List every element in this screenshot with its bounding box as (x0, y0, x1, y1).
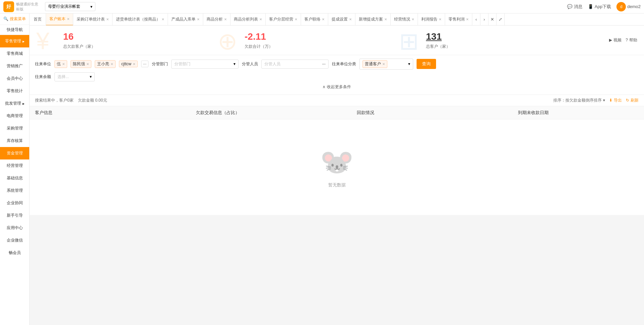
sidebar-item-purchase[interactable]: 采购管理 (0, 122, 29, 135)
tab-close-icon[interactable]: ✕ (322, 17, 325, 21)
stat-value-all-customers: 131 (426, 31, 442, 42)
tab-profit-report[interactable]: 利润报告 ✕ (418, 13, 445, 26)
sidebar-item-wecom[interactable]: 企业微信 (0, 234, 29, 247)
user-menu[interactable]: d demo2 (616, 2, 641, 11)
remove-tag-icon[interactable]: ✕ (111, 62, 113, 66)
tab-customer-segmentation[interactable]: 客户分层经营 ✕ (266, 13, 301, 26)
export-button[interactable]: ⬇ 导出 (609, 98, 622, 103)
balance-selector[interactable]: 选择... ▾ (54, 72, 95, 81)
unit-class-selector[interactable]: 普通客户 ✕ ▾ (359, 59, 413, 70)
sidebar-item-member[interactable]: 畅会员 (0, 247, 29, 259)
tab-commission-settings[interactable]: 提成设置 ✕ (328, 13, 355, 26)
search-icon: 🔍 (3, 16, 8, 21)
tab-customer-ledger[interactable]: 客户账本 ✕ (46, 13, 73, 26)
sort-button[interactable]: 排序：按欠款金额倒序排序 ▾ (553, 98, 605, 103)
tab-inbound-stats[interactable]: 进货单统计表（按商品） ✕ (113, 13, 168, 26)
sidebar-item-collab[interactable]: 企业协同 (0, 197, 29, 209)
tab-close-icon[interactable]: ✕ (466, 17, 469, 21)
help-btn[interactable]: ? 帮助 (626, 37, 637, 43)
tab-product-analysis[interactable]: 商品分析 ✕ (203, 13, 230, 26)
sidebar-item-member-center[interactable]: 会员中心 (0, 72, 29, 85)
tab-close-icon[interactable]: ✕ (412, 17, 414, 21)
tab-close-icon[interactable]: ✕ (439, 17, 441, 21)
person-selector[interactable]: 分管人员 ··· (261, 60, 329, 69)
tab-close-all-btn[interactable]: ✕ (488, 13, 497, 26)
more-tags-btn[interactable]: ··· (141, 61, 148, 67)
chevron-icon: ▸ (23, 39, 25, 44)
tab-close-icon[interactable]: ✕ (259, 17, 262, 21)
sort-label: 排序：按欠款金额倒序排序 (553, 98, 602, 103)
sidebar-item-wholesale[interactable]: 批发管理 ▸ (0, 97, 29, 110)
query-button[interactable]: 查询 (417, 59, 436, 69)
tab-close-icon[interactable]: ✕ (197, 17, 200, 21)
tab-home[interactable]: 首页 (30, 13, 46, 26)
tab-close-icon[interactable]: ✕ (67, 17, 70, 21)
avatar: d (616, 2, 626, 11)
sidebar-item-retail-mgmt[interactable]: 零售管理 ▸ (0, 35, 29, 47)
tab-prev-btn[interactable]: ‹ (472, 13, 480, 26)
sidebar-item-inventory[interactable]: 库存核算 (0, 135, 29, 147)
sidebar-item-ecommerce[interactable]: 电商管理 (0, 110, 29, 122)
tab-next-btn[interactable]: › (480, 13, 488, 26)
remove-tag-icon[interactable]: ✕ (133, 62, 135, 66)
tab-product-analysis-list[interactable]: 商品分析列表 ✕ (230, 13, 266, 26)
tab-product-inbound[interactable]: 产成品入库单 ✕ (168, 13, 203, 26)
tab-bar: 首页 客户账本 ✕ 采购订单统计表 ✕ 进货单统计表（按商品） ✕ 产成品入库单… (30, 13, 644, 26)
tab-close-icon[interactable]: ✕ (106, 17, 109, 21)
col-customer-info: 客户信息 (35, 110, 196, 116)
filter-tag-wang[interactable]: 王小亮 ✕ (95, 60, 116, 68)
logo-icon: 好 (3, 1, 14, 12)
col-date-info: 到期未收款日期 (518, 110, 639, 116)
col-repay-info: 回款情况 (357, 110, 518, 116)
dept-label: 分管部门 (152, 61, 168, 67)
filter-tag-wu[interactable]: 伍 ✕ (54, 60, 67, 68)
results-summary: 搜索结果中，客户0家 欠款金额 0.00元 (35, 98, 107, 103)
tab-close-icon[interactable]: ✕ (295, 17, 297, 21)
tab-close-icon[interactable]: ✕ (384, 17, 387, 21)
remove-tag-icon[interactable]: ✕ (62, 62, 65, 66)
search-menu[interactable]: 🔍 搜索菜单 (0, 13, 29, 25)
sidebar-item-finance[interactable]: 资金管理 (0, 147, 29, 159)
sidebar: 🔍 搜索菜单 快捷导航 零售管理 ▸ 零售商城 营销推广 会员中心 零售统计 (0, 13, 30, 325)
tab-purchase-order-stats[interactable]: 采购订单统计表 ✕ (73, 13, 113, 26)
unit-label: 往来单位 (35, 61, 51, 67)
messages-button[interactable]: 💬 消息 (567, 4, 583, 10)
collapse-btn[interactable]: ∧ 收起更多条件 (35, 84, 639, 90)
app-download-button[interactable]: 📱 App下载 (588, 4, 611, 10)
remove-unit-class-icon[interactable]: ✕ (382, 62, 385, 66)
sidebar-item-app-center[interactable]: 应用中心 (0, 222, 29, 234)
account-selector[interactable]: 母婴行业演示帐套 ▾ (45, 2, 95, 11)
filter-tag-cjttcw[interactable]: cjttcw ✕ (119, 61, 138, 67)
col-debt-info: 欠款交易信息（占比） (196, 110, 357, 116)
sidebar-item-system[interactable]: 系统管理 (0, 184, 29, 197)
chevron-down-icon: ▾ (90, 74, 92, 79)
unit-class-tag[interactable]: 普通客户 ✕ (362, 60, 387, 68)
results-bar: 搜索结果中，客户0家 欠款金额 0.00元 排序：按欠款金额倒序排序 ▾ ⬇ 导… (30, 95, 644, 106)
sidebar-item-basic-info[interactable]: 基础信息 (0, 172, 29, 184)
tab-customer-contact[interactable]: 客户联络 ✕ (301, 13, 328, 26)
empty-state: 🐭 暂无数据 (30, 119, 644, 215)
remove-tag-icon[interactable]: ✕ (86, 62, 89, 66)
tab-close-icon[interactable]: ✕ (162, 17, 164, 21)
tab-close-icon[interactable]: ✕ (224, 17, 227, 21)
tab-add-commission[interactable]: 新增提成方案 ✕ (355, 13, 391, 26)
dept-selector[interactable]: 分管部门 ▾ (171, 60, 239, 69)
sidebar-item-newbie[interactable]: 新手引导 (0, 209, 29, 222)
stat-label-debt: 欠款合计（万） (245, 44, 273, 49)
tab-retail-profit[interactable]: 零售利润 ✕ (445, 13, 472, 26)
stat-label-all-customers: 总客户（家） (426, 44, 450, 49)
message-icon: 💬 (567, 4, 572, 9)
stats-actions: ▶ 视频 ? 帮助 (609, 37, 637, 43)
tab-operations[interactable]: 经营情况 ✕ (391, 13, 418, 26)
refresh-button[interactable]: ↻ 刷新 (626, 98, 639, 103)
sidebar-item-retail-stats[interactable]: 零售统计 (0, 85, 29, 97)
person-label: 分管人员 (242, 61, 258, 67)
tab-close-icon[interactable]: ✕ (349, 17, 352, 21)
sidebar-item-marketing[interactable]: 营销推广 (0, 60, 29, 72)
tab-maximize-btn[interactable]: ⤢ (497, 13, 505, 26)
quick-nav[interactable]: 快捷导航 (0, 25, 29, 35)
sidebar-item-retail-mall[interactable]: 零售商城 (0, 47, 29, 60)
filter-tag-chen[interactable]: 陈民强 ✕ (71, 60, 91, 68)
sidebar-item-operations[interactable]: 经营管理 (0, 159, 29, 172)
video-btn[interactable]: ▶ 视频 (609, 37, 621, 43)
